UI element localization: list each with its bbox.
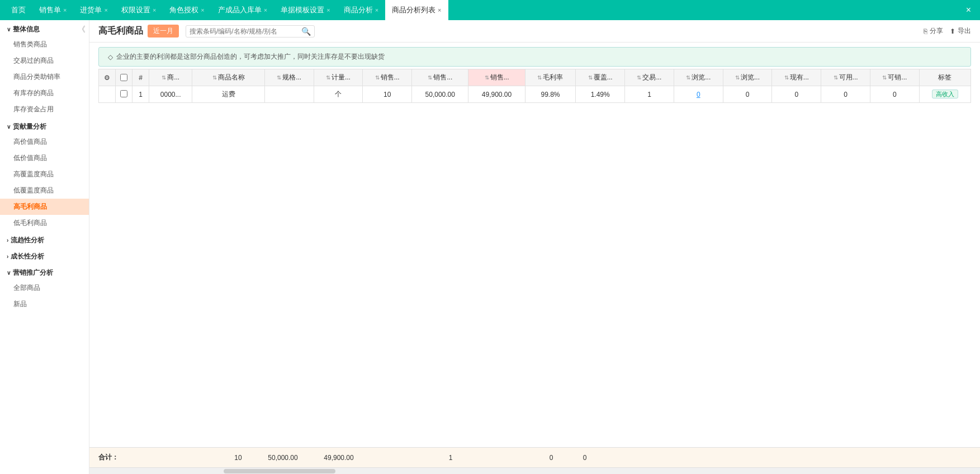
col-available[interactable]: ⇅可用...	[821, 69, 870, 86]
nav-role-auth[interactable]: 角色授权 ×	[163, 0, 211, 20]
sidebar-item-low-value-goods[interactable]: 低价值商品	[0, 150, 89, 166]
data-table: ⚙ # ⇅商... ⇅商品名称	[98, 69, 971, 103]
horizontal-scrollbar[interactable]	[89, 467, 980, 474]
col-stock[interactable]: ⇅现有...	[772, 69, 821, 86]
sort-icon-sales-profit: ⇅	[485, 74, 489, 81]
sidebar-item-stock-capital[interactable]: 库存资金占用	[0, 101, 89, 118]
share-button[interactable]: ⎘ 分享	[924, 26, 943, 36]
cell-sales-amt: 50,000.00	[412, 86, 468, 103]
info-banner: ◇ 企业的主要的利润都是这部分商品创造的，可考虑加大推广，同时关注库存是不要出现…	[98, 47, 971, 67]
nav-close-product-inbound[interactable]: ×	[264, 7, 267, 13]
nav-product-inbound[interactable]: 产成品入库单 ×	[211, 0, 274, 20]
col-name[interactable]: ⇅商品名称	[192, 69, 264, 86]
cell-checkbox[interactable]	[116, 86, 132, 103]
cell-available: 0	[821, 86, 870, 103]
header-actions: ⎘ 分享 ⬆ 导出	[924, 26, 971, 36]
col-gross-rate[interactable]: ⇅毛利率	[525, 69, 576, 86]
content-area: 高毛利商品 近一月 🔍 ⎘ 分享 ⬆ 导出 ◇ 企业的主要的利润都是这部分商品创…	[89, 20, 980, 474]
cell-trade-count: 1	[625, 86, 674, 103]
cell-gross-rate: 99.8%	[525, 86, 576, 103]
sidebar-item-new-goods[interactable]: 新品	[0, 296, 89, 312]
export-button[interactable]: ⬆ 导出	[950, 26, 971, 36]
sidebar-group-overall-info[interactable]: ∨ 整体信息	[0, 20, 89, 36]
sidebar-item-category-sales-rate[interactable]: 商品分类助销率	[0, 69, 89, 85]
filter-period-button[interactable]: 近一月	[148, 25, 179, 37]
col-unit[interactable]: ⇅计量...	[314, 69, 363, 86]
nav-product-analysis[interactable]: 商品分析 ×	[337, 0, 385, 20]
col-settings[interactable]: ⚙	[99, 69, 116, 86]
total-placeholder1	[367, 454, 400, 462]
col-saleable[interactable]: ⇅可销...	[870, 69, 919, 86]
col-checkbox[interactable]	[116, 69, 132, 86]
sidebar-collapse-button[interactable]: 《	[78, 25, 86, 35]
sidebar-group-marketing-analysis[interactable]: ∨ 营销推广分析	[0, 264, 89, 280]
total-cells: 10 50,000.00 49,900.00 1 0 0	[221, 454, 602, 462]
total-placeholder4	[501, 454, 534, 462]
total-placeholder2	[400, 454, 434, 462]
cell-sales-qty: 10	[363, 86, 412, 103]
nav-template-settings[interactable]: 单据模板设置 ×	[274, 0, 337, 20]
settings-icon: ⚙	[104, 74, 110, 82]
cell-tag: 高收入	[919, 86, 970, 103]
sidebar-group-trend-analysis[interactable]: › 流趋性分析	[0, 231, 89, 247]
close-window-button[interactable]: ×	[962, 5, 976, 15]
sidebar-item-high-value-goods[interactable]: 高价值商品	[0, 134, 89, 150]
scroll-thumb[interactable]	[224, 469, 335, 473]
nav-home[interactable]: 首页	[4, 0, 32, 20]
sidebar-item-high-coverage-goods[interactable]: 高覆盖度商品	[0, 166, 89, 182]
sidebar-group-growth-analysis[interactable]: › 成长性分析	[0, 247, 89, 264]
row-checkbox[interactable]	[120, 90, 127, 97]
col-browse-count2[interactable]: ⇅浏览...	[723, 69, 772, 86]
sidebar-item-traded-goods[interactable]: 交易过的商品	[0, 53, 89, 69]
col-cover-rate[interactable]: ⇅覆盖...	[576, 69, 625, 86]
sidebar-item-sales-goods[interactable]: 销售类商品	[0, 36, 89, 53]
nav-sales-order[interactable]: 销售单 ×	[32, 0, 73, 20]
sort-icon-trade-count: ⇅	[637, 74, 641, 81]
col-spec[interactable]: ⇅规格...	[264, 69, 314, 86]
col-code[interactable]: ⇅商...	[149, 69, 192, 86]
nav-close-template-settings[interactable]: ×	[326, 7, 330, 13]
col-sales-qty[interactable]: ⇅销售...	[363, 69, 412, 86]
total-sales-amt: 50,000.00	[255, 454, 311, 462]
nav-product-analysis-list[interactable]: 商品分析列表 ×	[385, 0, 448, 20]
sidebar-item-low-margin-goods[interactable]: 低毛利商品	[0, 215, 89, 231]
col-trade-count[interactable]: ⇅交易...	[625, 69, 674, 86]
sidebar-item-all-goods[interactable]: 全部商品	[0, 280, 89, 296]
cell-browse-count1[interactable]: 0	[674, 86, 723, 103]
sidebar-group-contribution-analysis[interactable]: ∨ 贡献量分析	[0, 118, 89, 134]
sidebar-item-high-margin-goods[interactable]: 高毛利商品	[0, 199, 89, 215]
sidebar-item-low-coverage-goods[interactable]: 低覆盖度商品	[0, 182, 89, 199]
col-sales-amt[interactable]: ⇅销售...	[412, 69, 468, 86]
col-tag[interactable]: 标签	[919, 69, 970, 86]
total-placeholder3	[467, 454, 501, 462]
nav-close-sales-order[interactable]: ×	[63, 7, 67, 13]
nav-close-role-auth[interactable]: ×	[201, 7, 204, 13]
search-icon[interactable]: 🔍	[301, 27, 311, 36]
col-sales-profit[interactable]: ⇅销售...	[468, 69, 525, 86]
cell-settings	[99, 86, 116, 103]
search-input[interactable]	[190, 27, 301, 35]
nav-close-permission-settings[interactable]: ×	[153, 7, 156, 13]
share-icon: ⎘	[924, 27, 927, 35]
total-sales-profit: 49,900.00	[311, 454, 367, 462]
total-sales-qty: 10	[221, 454, 255, 462]
info-text: 企业的主要的利润都是这部分商品创造的，可考虑加大推广，同时关注库存是不要出现缺货	[116, 52, 385, 62]
sort-icon-saleable: ⇅	[882, 74, 887, 81]
nav-close-product-analysis-list[interactable]: ×	[438, 7, 441, 13]
col-browse-count1[interactable]: ⇅浏览...	[674, 69, 723, 86]
expand-arrow-contribution: ∨	[7, 124, 11, 130]
nav-close-product-analysis[interactable]: ×	[375, 7, 378, 13]
browse-link[interactable]: 0	[697, 91, 700, 98]
sort-icon-gross-rate: ⇅	[537, 74, 542, 81]
expand-arrow-marketing: ∨	[7, 270, 11, 276]
sort-icon-unit: ⇅	[326, 74, 330, 81]
sidebar-item-goods-in-stock[interactable]: 有库存的商品	[0, 85, 89, 101]
total-label: 合计：	[98, 453, 221, 462]
select-all-checkbox[interactable]	[120, 74, 127, 81]
sort-icon-browse2: ⇅	[735, 74, 740, 81]
nav-close-purchase-order[interactable]: ×	[104, 7, 107, 13]
nav-permission-settings[interactable]: 权限设置 ×	[115, 0, 163, 20]
data-table-container[interactable]: ⚙ # ⇅商... ⇅商品名称	[89, 69, 980, 447]
sidebar: 《 ∨ 整体信息 销售类商品 交易过的商品 商品分类助销率 有库存的商品 库存资…	[0, 20, 89, 474]
nav-purchase-order[interactable]: 进货单 ×	[73, 0, 114, 20]
